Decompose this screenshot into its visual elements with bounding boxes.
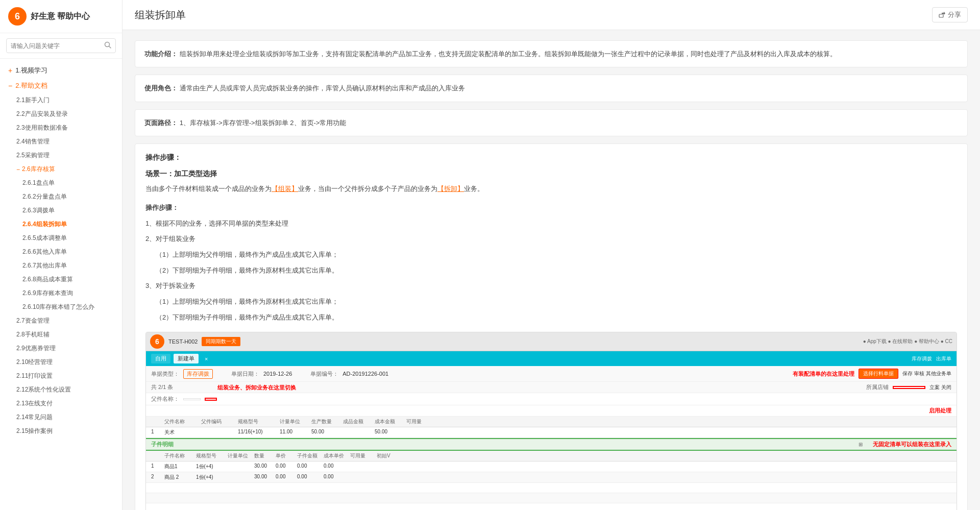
sidebar-item-finance[interactable]: 2.7资金管理: [12, 314, 122, 328]
ss-icons: ● App下载 ● 在线帮助 ● 帮助中心 ● CC: [863, 338, 952, 345]
ss-divider-row: 子件明细 ⊞ 无固定清单可以组装在这里录入: [146, 438, 957, 451]
steps-detail: 操作步骤： 1、根据不同的业务，选择不同单据的类型来处理 2、对于组装业务 （1…: [145, 202, 957, 324]
ss-subtable-label: 子件明细: [151, 441, 174, 448]
step3: 3、对于拆装业务: [145, 280, 957, 293]
ss-topbar: 6 TEST-H002 同期期数一天 ● App下载 ● 在线帮助 ● 帮助中心…: [146, 332, 957, 351]
path-label: 页面路径：: [144, 119, 178, 127]
ss-form-row: 单据类型： 库存调拨 单据日期： 2019-12-26 单据编号： AD-201…: [146, 366, 957, 382]
sidebar-item-newuser[interactable]: 2.1新手入门: [12, 93, 122, 107]
ss-logo: 6: [150, 334, 164, 349]
inventory-label: 2.6库存核算: [22, 165, 55, 174]
sidebar-item-stock-ledger[interactable]: 2.6.9库存账本查询: [18, 286, 122, 300]
sidebar-item-faq[interactable]: 2.14常见问题: [12, 410, 122, 424]
ss-field-label: 所属店铺: [866, 383, 889, 391]
ss-subrow-1: 1商品11份(+4)30.000.000.000.00: [146, 462, 957, 472]
inventory-subitems: 2.6.1盘点单 2.6.2分量盘点单 2.6.3调拨单 2.6.4组装拆卸单 …: [12, 176, 122, 314]
docs-subitems: 2.1新手入门 2.2产品安装及登录 2.3使用前数据准备 2.4销售管理 2.…: [0, 93, 122, 438]
ss-parts-label: 父件名称：: [151, 395, 179, 403]
ss-subrow-2: 2商品 21份(+4)30.000.000.000.00: [146, 472, 957, 483]
logo-text: 好生意 帮助中心: [31, 11, 90, 22]
sidebar-item-transfer[interactable]: 2.6.3调拨单: [18, 204, 122, 217]
ss-table-row-1: 1 关术 11/16(+10) 11.00 50.00 50.00: [146, 427, 957, 438]
intro-block: 功能介绍： 组装拆卸单用来处理企业组装或拆卸等加工业务，支持有固定装配清单的产品…: [135, 40, 968, 67]
screenshot: 6 TEST-H002 同期期数一天 ● App下载 ● 在线帮助 ● 帮助中心…: [145, 332, 957, 510]
ss-no-label: 单据编号：: [310, 370, 338, 378]
sidebar-item-other-out[interactable]: 2.6.7其他出库单: [18, 259, 122, 273]
sidebar-category-label: 2.帮助文档: [15, 81, 47, 90]
step1: 1、根据不同的业务，选择不同单据的类型来处理: [145, 217, 957, 230]
sidebar-item-videos[interactable]: + 1.视频学习: [0, 63, 122, 78]
ss-expand-icon: ⊞: [859, 442, 863, 447]
sidebar-item-customization[interactable]: 2.12系统个性化设置: [12, 383, 122, 397]
sidebar-item-install[interactable]: 2.2产品安装及登录: [12, 107, 122, 121]
sidebar-item-stock-fix[interactable]: 2.6.10库存账本错了怎么办: [18, 300, 122, 314]
sidebar-item-cost-adj[interactable]: 2.6.5成本调整单: [18, 231, 122, 245]
sidebar-item-cost-recalc[interactable]: 2.6.8商品成本重算: [18, 273, 122, 286]
ss-orange-btn: 同期期数一天: [202, 337, 240, 346]
sidebar-item-docs[interactable]: − 2.帮助文档: [0, 78, 122, 93]
ss-tab-close: ×: [202, 355, 211, 363]
ss-date-label: 单据日期：: [231, 370, 259, 378]
sidebar-item-ops[interactable]: 2.10经营管理: [12, 355, 122, 369]
nav-list: + 1.视频学习 − 2.帮助文档 2.1新手入门 2.2产品安装及登录 2.3…: [0, 59, 122, 510]
ss-doctype-val: 库存调拨: [183, 369, 213, 379]
sidebar-item-mobile[interactable]: 2.8手机旺辅: [12, 328, 122, 342]
intro-text: 组装拆卸单用来处理企业组装或拆卸等加工业务，支持有固定装配清单的产品加工业务，也…: [180, 50, 837, 58]
scene1-desc: 当由多个子件材料组装成一个成品的业务为【组装】业务，当由一个父件拆分成多个子产品…: [145, 183, 957, 196]
sidebar-item-assembly[interactable]: 2.6.4组装拆卸单: [18, 217, 122, 231]
plus-icon: +: [8, 66, 12, 75]
ss-extra-btns: 保存 审核 其他业务单: [902, 370, 951, 377]
sidebar-item-payment[interactable]: 2.13在线支付: [12, 397, 122, 410]
sidebar: 6 好生意 帮助中心 + 1.视频学习 − 2.帮助文档 2.1新手入门 2.2…: [0, 0, 122, 510]
share-button[interactable]: 分享: [932, 7, 968, 22]
ss-count-label: 共 2/1 条: [151, 383, 173, 391]
step3-sub2: （2）下部明细为子件明细，最终作为产成品生成其它入库单。: [156, 311, 957, 324]
page-title: 组装拆卸单: [135, 8, 186, 22]
ss-tab-ziyong: 自用: [151, 354, 170, 363]
sidebar-item-partial-stocktake[interactable]: 2.6.2分量盘点单: [18, 190, 122, 204]
ss-date-val: 2019-12-26: [263, 371, 292, 377]
ss-apply-btn: 立案 关闭: [929, 384, 951, 391]
ss-header-bar: 自用 新建单 × 库存调拨出库单: [146, 351, 957, 366]
sidebar-item-other-in[interactable]: 2.6.6其他入库单: [18, 245, 122, 259]
sidebar-item-purchase[interactable]: 2.5采购管理: [12, 149, 122, 162]
path-block: 页面路径： 1、库存核算->库存管理->组装拆卸单 2、首页->常用功能: [135, 109, 968, 136]
ss-subrow-4: [146, 493, 957, 503]
logo-area: 6 好生意 帮助中心: [0, 0, 122, 33]
logo-icon: 6: [8, 7, 27, 26]
content-area: 功能介绍： 组装拆卸单用来处理企业组装或拆卸等加工业务，支持有固定装配清单的产品…: [122, 30, 980, 510]
sidebar-item-stocktake[interactable]: 2.6.1盘点单: [18, 176, 122, 190]
ss-annotation5: 无固定清单可以组装在这里录入: [873, 441, 951, 448]
ss-annotation3: 组装业务、拆卸业务在这里切换: [217, 384, 296, 392]
role-text: 通常由生产人员或库管人员完成拆装业务的操作，库管人员确认原材料的出库和产成品的入…: [180, 84, 465, 92]
sidebar-item-dataprep[interactable]: 2.3使用前数据准备: [12, 121, 122, 135]
share-label: 分享: [948, 10, 961, 19]
step2: 2、对于组装业务: [145, 233, 957, 246]
path-text: 1、库存核算->库存管理->组装拆卸单 2、首页->常用功能: [180, 119, 347, 127]
sidebar-item-cases[interactable]: 2.15操作案例: [12, 424, 122, 438]
ss-doctype-label: 单据类型：: [151, 370, 179, 378]
ss-annotation1: 有装配清单的在这里处理: [793, 370, 854, 378]
ss-tab-neworder: 新建单: [174, 354, 199, 363]
ss-store-field: [893, 386, 925, 389]
ss-subtable-header: 子件名称 规格型号 计量单位 数量 单价 子件金额 成本单价 可用量 初始V: [146, 451, 957, 462]
ss-parts-field: [183, 398, 201, 400]
ss-type-row: 父件名称： 组装业务、拆卸业务在这里切换: [146, 393, 957, 405]
step-title: 操作步骤：: [145, 202, 957, 214]
role-label: 使用角色：: [144, 84, 178, 92]
sidebar-item-sales[interactable]: 2.4销售管理: [12, 135, 122, 149]
search-button[interactable]: [100, 39, 115, 53]
sidebar-item-print[interactable]: 2.11打印设置: [12, 369, 122, 383]
ss-no-val: AD-20191226-001: [342, 371, 388, 377]
ss-table-header: 父件名称 父件编码 规格型号 计量单位 生产数量 成品金额 成本金额 可用量: [146, 417, 957, 427]
search-input[interactable]: [7, 40, 100, 52]
step2-sub2: （2）下部明细为子件明细，最终作为原材料生成其它出库单。: [156, 264, 957, 277]
ss-type-field: [205, 398, 217, 401]
sidebar-item-inventory: − 2.6库存核算 2.6.1盘点单 2.6.2分量盘点单 2.6.3调拨单 2…: [12, 162, 122, 314]
ops-title: 操作步骤：: [145, 153, 957, 162]
sidebar-item-coupon[interactable]: 2.9优惠券管理: [12, 342, 122, 355]
ss-enable-row: 启用处理: [146, 405, 957, 417]
ss-company: TEST-H002: [168, 338, 198, 345]
svg-rect-2: [939, 14, 943, 17]
search-area: [0, 33, 122, 59]
